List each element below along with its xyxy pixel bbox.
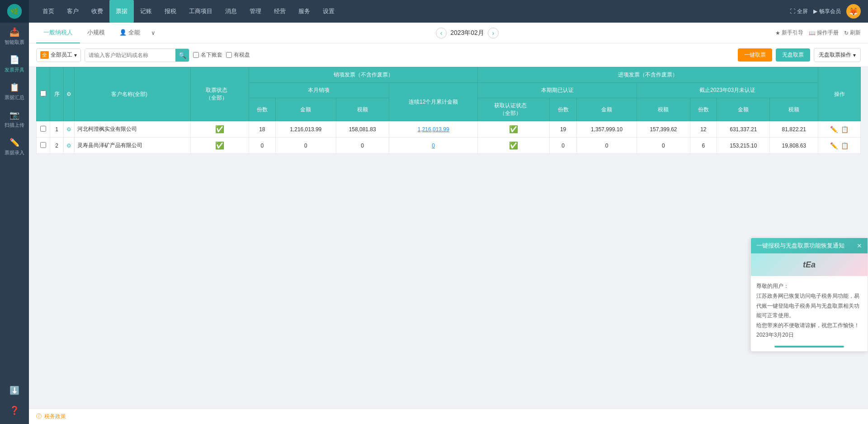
row-cert-status: ✅ (478, 121, 550, 138)
notification-header: 一键报税与无盘取票功能恢复通知 ✕ (751, 238, 868, 253)
nav-manage[interactable]: 管理 (243, 0, 268, 23)
manual-button[interactable]: 📖 操作手册 (809, 29, 839, 37)
nav-invoice[interactable]: 票据 (109, 0, 134, 23)
row-checkbox[interactable] (37, 138, 50, 154)
user-avatar[interactable]: 🦊 (846, 4, 861, 19)
row-uncert-count: 6 (690, 138, 717, 154)
row-index: 2 (50, 138, 64, 154)
tab-small-scale[interactable]: 小规模 (80, 23, 112, 43)
fetch-status-check-icon: ✅ (215, 125, 224, 133)
search-icon: 🔍 (179, 52, 186, 59)
nav-message[interactable]: 消息 (219, 0, 243, 23)
nav-home[interactable]: 首页 (36, 0, 61, 23)
row-uncert-amount: 153,215.10 (717, 138, 770, 154)
th-sales-count: 份数 (249, 98, 275, 121)
refresh-label: 刷新 (850, 29, 861, 37)
select-all-checkbox[interactable] (40, 91, 46, 96)
th-sales-amount: 金额 (276, 98, 336, 121)
taxdisk-checkbox-label[interactable]: 有税盘 (226, 51, 250, 59)
no-disk-ops-button[interactable]: 无盘取票操作 ▾ (814, 48, 861, 62)
fullscreen-icon: ⛶ (790, 8, 795, 14)
th-checkbox (37, 67, 50, 121)
row-detail-icon[interactable]: 📋 (841, 142, 849, 149)
manual-label: 操作手册 (817, 29, 839, 37)
row-select-checkbox[interactable] (40, 142, 46, 148)
date-next-button[interactable]: › (488, 28, 499, 38)
notification-body-line2: 江苏政务网已恢复访问电子税务局功能，易代账一键登陆电子税务局与无盘取票相关功能可… (756, 291, 862, 321)
th-monthly-sales: 本月销项 (249, 83, 389, 98)
tab-more-button[interactable]: ∨ (147, 23, 159, 43)
new-guide-label: 新手引导 (782, 29, 803, 37)
nav-settings[interactable]: 设置 (316, 0, 341, 23)
nav-service[interactable]: 服务 (292, 0, 316, 23)
nav-customer[interactable]: 客户 (61, 0, 85, 23)
row-sales-amount: 1,216,013.99 (276, 121, 336, 138)
employee-select[interactable]: 全 全部员工 ▾ (36, 48, 81, 62)
row-settings[interactable]: ⚙ (64, 121, 75, 138)
refresh-icon: ↻ (844, 30, 849, 36)
sidebar-item-scan-upload[interactable]: 📷 扫描上传 (0, 105, 29, 133)
taxdisk-checkbox[interactable] (226, 52, 232, 58)
th-action: 操作 (818, 67, 861, 121)
one-click-fetch-button[interactable]: 一键取票 (738, 48, 772, 62)
row-uncert-count: 12 (690, 121, 717, 138)
tax-policy-link[interactable]: 税务政策 (44, 413, 66, 420)
book-icon: 📖 (809, 30, 816, 36)
sidebar-item-smart-fetch[interactable]: 📥 智能取票 (0, 23, 29, 50)
sidebar: 🌿 📥 智能取票 📄 发票开具 📋 票据汇总 📷 扫描上传 ✏️ 票据录入 ⬇️… (0, 0, 29, 424)
row-actions: ✏️ 📋 (818, 121, 861, 138)
sidebar-item-invoice-summary[interactable]: 📋 票据汇总 (0, 78, 29, 105)
row-settings[interactable]: ⚙ (64, 138, 75, 154)
nav-industry[interactable]: 工商项目 (183, 0, 219, 23)
row-detail-icon[interactable]: 📋 (841, 126, 849, 133)
fullscreen-button[interactable]: ⛶ 全屏 (790, 8, 808, 15)
th-uncertified: 截止2023年03月未认证 (637, 83, 818, 98)
nav-bookkeeping[interactable]: 记账 (134, 0, 158, 23)
sidebar-help-button[interactable]: ❓ (0, 401, 29, 419)
star-icon: ★ (775, 30, 780, 36)
search-input[interactable] (85, 49, 175, 62)
notification-close-button[interactable]: ✕ (857, 242, 862, 249)
notification-scrollbar[interactable] (774, 346, 844, 348)
date-prev-button[interactable]: ‹ (436, 28, 447, 38)
nav-tax[interactable]: 报税 (158, 0, 183, 23)
nav-operation[interactable]: 经营 (268, 0, 292, 23)
nav-collect[interactable]: 收费 (85, 0, 109, 23)
notification-body-date: 2023年3月20日 (756, 330, 862, 340)
sidebar-download-button[interactable]: ⬇️ (0, 381, 29, 400)
search-field: 🔍 (85, 48, 189, 62)
member-button[interactable]: ▶ 畅享会员 (813, 8, 841, 15)
th-uncert-tax: 税额 (770, 98, 818, 121)
search-button[interactable]: 🔍 (175, 48, 189, 62)
account-checkbox-label[interactable]: 名下账套 (193, 51, 222, 59)
chevron-down-icon: ∨ (151, 29, 156, 36)
row-sales-count: 0 (249, 138, 275, 154)
sidebar-item-issue-invoice[interactable]: 📄 发票开具 (0, 50, 29, 78)
row-customer: 河北柯澄枫实业有限公司 (75, 121, 191, 138)
th-group-purchase: 进项发票（不含作废票） (478, 67, 818, 83)
customer-filter-icon[interactable]: ▼ (149, 91, 154, 97)
sidebar-item-data-entry[interactable]: ✏️ 票据录入 (0, 133, 29, 161)
svg-text:🌿: 🌿 (10, 7, 19, 15)
new-guide-button[interactable]: ★ 新手引导 (775, 29, 803, 37)
row-fetch-status: ✅ (191, 121, 249, 138)
th-sales-tax: 税额 (336, 98, 389, 121)
row-checkbox[interactable] (37, 121, 50, 138)
row-cert-amount: 0 (576, 138, 637, 154)
row-cert-count: 0 (550, 138, 576, 154)
tab-all[interactable]: 👤 全能 (112, 23, 147, 43)
no-disk-fetch-button[interactable]: 无盘取票 (776, 48, 810, 62)
refresh-button[interactable]: ↻ 刷新 (844, 29, 861, 37)
row-select-checkbox[interactable] (40, 126, 46, 132)
sidebar-item-label: 发票开具 (5, 67, 24, 73)
row-edit-icon[interactable]: ✏️ (830, 142, 838, 149)
account-checkbox[interactable] (193, 52, 199, 58)
cumulative-link[interactable]: 0 (432, 143, 435, 149)
cert-status-filter-icon[interactable]: ▼ (528, 107, 533, 112)
row-uncert-amount: 631,337.21 (717, 121, 770, 138)
tab-general-taxpayer[interactable]: 一般纳税人 (36, 23, 80, 43)
cumulative-link[interactable]: 1,216,013.99 (418, 126, 449, 133)
fetch-status-check-icon: ✅ (215, 142, 224, 149)
row-edit-icon[interactable]: ✏️ (830, 126, 838, 133)
fetch-status-filter-icon[interactable]: ▼ (229, 91, 234, 97)
